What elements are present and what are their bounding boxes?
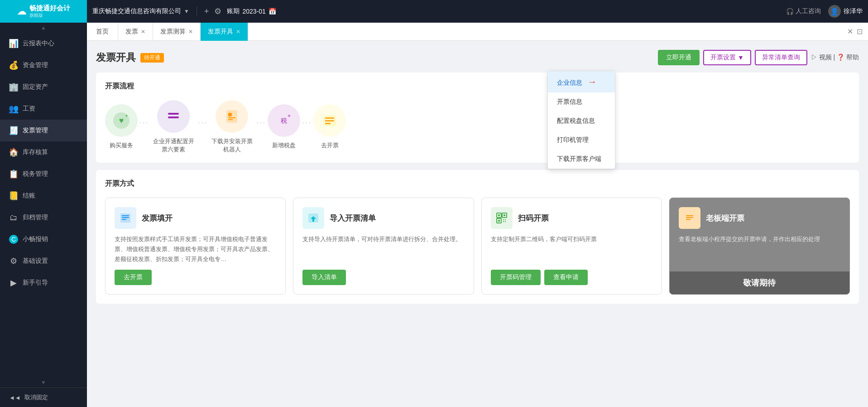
sidebar-item-xinshou[interactable]: ▶ 新手引导 [0, 272, 87, 294]
dropdown-enterprise-label: 企业信息 [557, 79, 582, 86]
video-button[interactable]: ▷ 视频 | ❓ 帮助 [811, 53, 859, 62]
logo-area[interactable]: ☁ 畅捷通好会计 旗舰版 [0, 0, 87, 23]
kucun-icon: 🏠 [9, 148, 18, 157]
help-label: 帮助 [846, 53, 859, 61]
company-selector[interactable]: 重庆畅捷交通信息咨询有限公司 ▼ [92, 7, 189, 15]
sidebar-label-kucun: 库存核算 [23, 148, 48, 156]
sidebar-item-jiezhang[interactable]: 📒 结账 [0, 185, 87, 207]
settings-button[interactable]: 开票设置 ▼ [703, 50, 751, 65]
dropdown-item-invoice-info[interactable]: 开票信息 [548, 92, 615, 111]
gudingzichan-icon: 🏢 [9, 82, 18, 92]
method-title-4: 老板端开票 [706, 213, 744, 223]
method-desc-2: 支持导入待开票清单，可对待开票清单进行拆分、合并处理。 [302, 234, 464, 244]
method-cards: 发票填开 支持按照发票样式手工填开发票；可开具增值税电子普通发票、增值税普通发票… [105, 198, 850, 295]
flow-section: 开票流程 ♥+ 购买服务 ··· [96, 73, 859, 163]
step-label-4: 新增税盘 [272, 141, 296, 150]
dropdown-taxdisk-label: 配置税盘信息 [557, 117, 595, 124]
tab-maximize-button[interactable]: ⊡ [857, 27, 863, 36]
sidebar-item-yunbiao[interactable]: 📊 云报表中心 [0, 33, 87, 54]
sidebar-item-xiaochang[interactable]: C 小畅报销 [0, 228, 87, 250]
step-icon-1: ♥+ [105, 104, 138, 137]
tab-fapiao[interactable]: 发票 ✕ [118, 23, 153, 41]
scan-buttons: 开票码管理 查看申请 [491, 270, 652, 285]
page-title: 发票开具 [96, 51, 136, 64]
method-btn-import[interactable]: 导入清单 [302, 270, 346, 285]
sidebar-label-jichushezhi: 基础设置 [23, 257, 48, 265]
tab-fapiao-close-icon[interactable]: ✕ [141, 29, 145, 35]
sidebar-item-guidang[interactable]: 🗂 归档管理 [0, 207, 87, 228]
overlay-text: 敬请期待 [743, 277, 776, 288]
sidebar-item-fapiao[interactable]: 🧾 发票管理 [0, 120, 87, 141]
dropdown-download-label: 下载开票客户端 [557, 155, 601, 162]
video-label: 视频 [819, 53, 832, 61]
svg-rect-34 [686, 215, 693, 216]
svg-rect-16 [325, 123, 331, 124]
abnormal-button[interactable]: 异常清单查询 [755, 50, 807, 65]
svg-rect-6 [226, 110, 237, 123]
tab-close-button[interactable]: ✕ [847, 27, 853, 36]
tab-home-label: 首页 [96, 28, 109, 36]
tab-fapiaokaju-close-icon[interactable]: ✕ [236, 29, 240, 35]
step-label-2: 企业开通配置开票六要素 [151, 137, 196, 154]
arrow-icon: → [588, 77, 597, 87]
sidebar-label-yunbiao: 云报表中心 [23, 39, 54, 48]
method-btn-qrcode[interactable]: 开票码管理 [491, 270, 541, 285]
flow-steps: ♥+ 购买服务 ··· 企业开通配置开票六要素 ··· [105, 100, 850, 154]
settings-dropdown-wrapper: 开票设置 ▼ 企业信息 → 开票信息 [703, 50, 751, 65]
method-btn-tiankain[interactable]: 去开票 [115, 270, 152, 285]
period-value: 2023-01 [242, 8, 265, 15]
dropdown-item-download[interactable]: 下载开票客户端 [548, 150, 615, 169]
sidebar-item-shuiwu[interactable]: 📋 税务管理 [0, 163, 87, 185]
user-info[interactable]: 👤 徐泽华 [828, 5, 863, 18]
xiaochang-icon: C [9, 235, 18, 244]
activate-button[interactable]: 立即开通 [658, 50, 700, 65]
app-container: ☁ 畅捷通好会计 旗舰版 重庆畅捷交通信息咨询有限公司 ▼ + ⚙ 账期 202… [0, 0, 868, 407]
invoice-methods-title: 开票方式 [105, 179, 850, 189]
method-btn-apply[interactable]: 查看申请 [544, 270, 588, 285]
collapse-icon: ◄◄ [9, 394, 21, 401]
top-bar-right: 🎧 人工咨询 👤 徐泽华 [786, 5, 863, 18]
tab-home[interactable]: 首页 [87, 23, 118, 41]
shuiwu-icon: 📋 [9, 170, 18, 179]
sidebar-scroll-up[interactable]: ▲ [0, 23, 87, 33]
tab-fapiao-label: 发票 [125, 28, 138, 36]
sidebar-item-jichushezhi[interactable]: ⚙ 基础设置 [0, 250, 87, 272]
header-actions: 立即开通 开票设置 ▼ 企业信息 → [658, 50, 859, 65]
svg-rect-9 [228, 119, 233, 120]
dropdown-item-taxdisk[interactable]: 配置税盘信息 [548, 111, 615, 131]
settings-dropdown-menu: 企业信息 → 开票信息 配置税盘信息 打印机管理 [547, 71, 615, 169]
method-title-2: 导入开票清单 [330, 213, 376, 223]
svg-rect-35 [686, 217, 693, 218]
sidebar-scroll-down[interactable]: ▼ [0, 378, 87, 388]
sidebar-label-fapiao: 发票管理 [23, 126, 48, 135]
tab-fapiaocesuan[interactable]: 发票测算 ✕ [153, 23, 201, 41]
calendar-icon[interactable]: 📅 [269, 8, 276, 15]
settings-button[interactable]: ⚙ [214, 6, 221, 16]
flow-step-4: 税+ 新增税盘 [268, 104, 300, 150]
sidebar-bottom: ◄◄ 取消固定 [0, 388, 87, 407]
method-card-tiankain: 发票填开 支持按照发票样式手工填开发票；可开具增值税电子普通发票、增值税普通发票… [105, 198, 286, 295]
svg-rect-26 [498, 214, 500, 216]
sidebar-item-gudingzichan[interactable]: 🏢 固定资产 [0, 76, 87, 98]
method-card-header-1: 发票填开 [115, 207, 276, 229]
logo-text: 畅捷通好会计 旗舰版 [29, 4, 70, 19]
service-button[interactable]: 🎧 人工咨询 [786, 7, 821, 15]
boss-overlay: 敬请期待 [670, 271, 849, 294]
fapiao-icon: 🧾 [9, 126, 18, 135]
dropdown-item-printer[interactable]: 打印机管理 [548, 131, 615, 150]
sidebar-item-kucun[interactable]: 🏠 库存核算 [0, 141, 87, 163]
flow-step-3: 下载并安装开票机器人 [209, 100, 254, 154]
sidebar-collapse[interactable]: ◄◄ 取消固定 [0, 388, 87, 407]
dropdown-item-enterprise[interactable]: 企业信息 → [548, 71, 615, 92]
sidebar-item-zijin[interactable]: 💰 资金管理 [0, 54, 87, 76]
tab-bar: 首页 发票 ✕ 发票测算 ✕ 发票开具 ✕ ✕ ⊡ [87, 23, 868, 41]
tab-fapiaokaju[interactable]: 发票开具 ✕ [201, 23, 248, 41]
svg-rect-14 [325, 117, 334, 119]
period-label: 账期 [227, 7, 240, 15]
sidebar-item-gongzi[interactable]: 👥 工资 [0, 98, 87, 120]
sidebar-label-jiezhang: 结账 [23, 192, 35, 200]
invoice-methods-section: 开票方式 发票填开 支持按照发票样式手工填开发票；可开具增值税电子普通发票、增值… [96, 170, 859, 304]
add-button[interactable]: + [204, 7, 209, 16]
tab-fapiaocesuan-close-icon[interactable]: ✕ [188, 29, 193, 35]
user-name: 徐泽华 [844, 7, 863, 15]
